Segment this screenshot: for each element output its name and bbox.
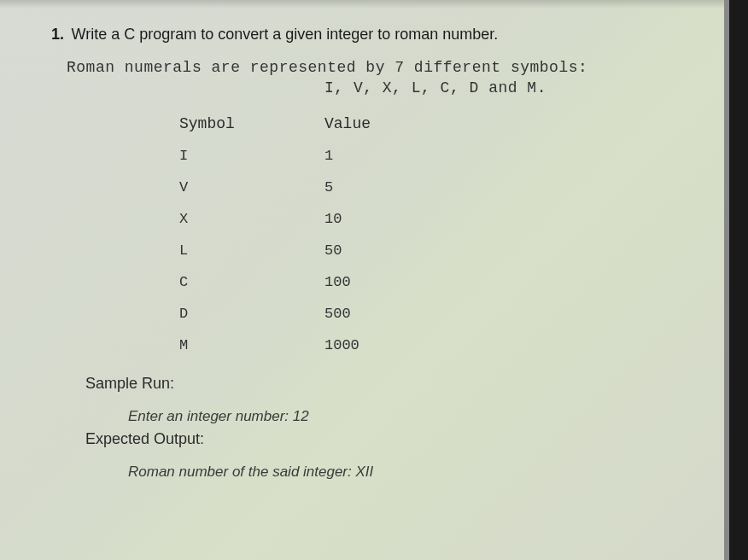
table-row: D 500 [179,306,705,322]
sample-run-label: Sample Run: [85,375,705,393]
cell-value: 1000 [324,337,410,353]
document-page: 1. Write a C program to convert a given … [51,26,705,481]
cell-value: 100 [324,274,410,290]
cell-symbol: V [179,179,324,195]
top-shadow [0,0,748,9]
table-row: C 100 [179,274,705,290]
table-row: X 10 [179,211,705,227]
header-symbol: Symbol [179,115,324,132]
cell-value: 50 [324,242,410,259]
symbols-list: I, V, X, L, C, D and M. [324,79,705,96]
header-value: Value [324,115,410,132]
question-number: 1. [51,26,64,43]
cell-value: 5 [324,179,410,195]
cell-symbol: D [179,306,324,322]
cell-value: 10 [324,211,410,227]
table-row: L 50 [179,242,705,259]
cell-value: 500 [324,306,410,322]
screen-edge [724,0,748,560]
cell-symbol: I [179,148,324,164]
sample-input-line: Enter an integer number: 12 [128,408,705,425]
table-row: M 1000 [179,337,705,353]
cell-symbol: M [179,337,324,353]
description-text: Roman numerals are represented by 7 diff… [67,59,705,76]
cell-symbol: C [179,274,324,290]
symbol-table: Symbol Value I 1 V 5 X 10 L 50 C 100 D 5… [179,115,705,353]
question-header: 1. Write a C program to convert a given … [51,26,705,44]
cell-symbol: L [179,242,324,259]
table-row: I 1 [179,148,705,164]
sample-output-line: Roman number of the said integer: XII [128,464,705,481]
table-row: V 5 [179,179,705,195]
expected-output-label: Expected Output: [85,430,705,448]
question-text: Write a C program to convert a given int… [71,26,498,43]
table-header-row: Symbol Value [179,115,705,132]
cell-symbol: X [179,211,324,227]
cell-value: 1 [324,148,410,164]
